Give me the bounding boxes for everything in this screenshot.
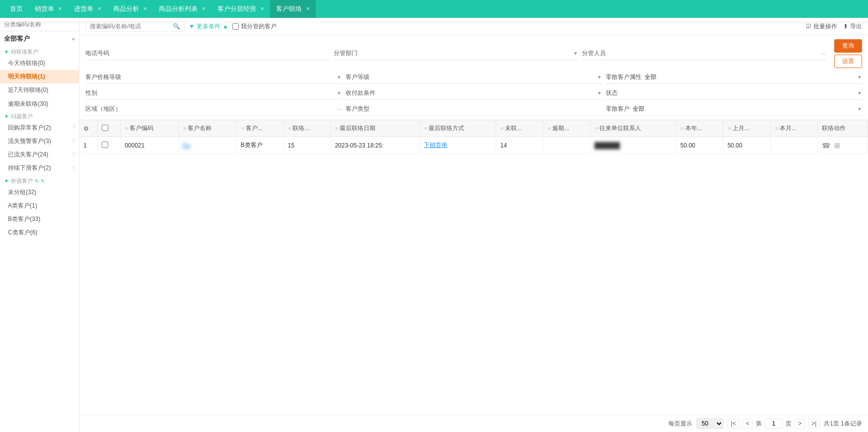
table-header-row: ⚙ ≑客户编码 ≑客户名称 ≑客户... ≑联络... ≑最后联络日期 ≑最后联… <box>79 120 868 137</box>
nav-purchase-order[interactable]: 进货单 ✕ <box>68 0 107 18</box>
close-sales-order-icon[interactable]: ✕ <box>58 0 62 18</box>
contact-person-text: ██████ <box>594 142 620 149</box>
sidebar-item-today-contact[interactable]: 今天待联络(0) <box>0 57 79 70</box>
help-icon-2[interactable]: ? <box>72 138 75 145</box>
triangle-icon: ▼ <box>4 49 9 55</box>
collapse-icon: « <box>72 36 75 42</box>
all-customers-header[interactable]: 全部客户 « <box>0 31 79 46</box>
sort-name-icon[interactable]: ≑ <box>183 126 187 131</box>
sort-year-icon[interactable]: ≑ <box>680 126 684 131</box>
page-size-select[interactable]: 50 100 200 <box>696 418 723 429</box>
close-customer-tier-icon[interactable]: ✕ <box>260 0 264 18</box>
help-icon-1[interactable]: ? <box>72 124 75 132</box>
last-page-button[interactable]: >| <box>808 419 820 429</box>
sort-method-icon[interactable]: ≑ <box>424 126 428 131</box>
refresh-icon[interactable]: ↻ <box>35 178 39 184</box>
filter-panel: 电话号码 分管部门 ▼ 分管人员 ··· 查询 设置 <box>79 35 868 120</box>
value-group-label: ▼ 价值客户 ↻ ✎ <box>0 175 79 186</box>
sidebar: 🔍 全部客户 « ▼ 待联络客户 今天待联络(0) 明天待联络(1) 近7天待联… <box>0 18 79 432</box>
row-checkbox[interactable] <box>102 142 108 148</box>
nav-sales-order[interactable]: 销货单 ✕ <box>29 0 68 18</box>
td-contact-count: 15 <box>284 137 331 154</box>
my-customers-checkbox[interactable] <box>232 23 239 30</box>
td-this-month <box>770 137 817 154</box>
settings-button[interactable]: 设置 <box>834 55 862 68</box>
th-this-month: ≑本月... <box>770 120 817 137</box>
nav-customer-tier[interactable]: 客户分层经营 ✕ <box>212 0 270 18</box>
search-icon[interactable]: 🔍 <box>173 23 180 30</box>
first-page-button[interactable]: |< <box>727 419 739 429</box>
my-customers-checkbox-label[interactable]: 我分管的客户 <box>232 22 277 31</box>
customer-name-link[interactable]: Ea <box>183 142 190 149</box>
dept-arrow-icon: ▼ <box>573 51 578 56</box>
nav-product-analysis[interactable]: 商品分析 ✕ <box>107 0 153 18</box>
query-button[interactable]: 查询 <box>834 39 862 53</box>
search-input[interactable] <box>90 23 173 30</box>
sort-overdue-icon[interactable]: ≑ <box>547 126 551 131</box>
th-checkbox[interactable] <box>97 120 121 137</box>
sidebar-item-7days-contact[interactable]: 近7天待联络(0) <box>0 83 79 97</box>
sort-type-icon[interactable]: ≑ <box>241 126 245 131</box>
close-purchase-order-icon[interactable]: ✕ <box>97 0 101 18</box>
sidebar-item-loss-warning[interactable]: 流失预警客户(3) ? <box>0 135 79 148</box>
customer-level-arrow-icon: ▼ <box>597 74 602 80</box>
sidebar-item-class-b[interactable]: B类客户(33) <box>0 213 79 226</box>
filter-phone: 电话号码 <box>85 47 330 60</box>
filter-icon: ▼ <box>189 23 195 30</box>
filter-person: 分管人员 ··· <box>582 47 826 60</box>
prev-page-button[interactable]: < <box>742 419 753 429</box>
page-number-input[interactable] <box>765 419 783 429</box>
filter-payment: 收付款条件 ▼ <box>346 87 602 100</box>
th-contact-person: ≑往来单位联系人 <box>590 120 676 137</box>
close-customer-contact-icon[interactable]: ✕ <box>306 0 310 18</box>
sort-code-icon[interactable]: ≑ <box>125 126 129 131</box>
sort-this-month-icon[interactable]: ≑ <box>775 126 779 131</box>
nav-customer-contact[interactable]: 客户联络 ✕ <box>270 0 316 18</box>
edit-icon[interactable]: ✎ <box>41 178 45 184</box>
close-product-analysis-list-icon[interactable]: ✕ <box>202 0 206 18</box>
td-last-contact-method[interactable]: 下销货单 <box>420 137 496 154</box>
sort-date-icon[interactable]: ≑ <box>335 126 339 131</box>
sidebar-item-overdue-contact[interactable]: 逾期未联络(30) <box>0 97 79 111</box>
search-box: 🔍 <box>85 21 185 32</box>
region-dots-icon[interactable]: ··· <box>337 106 342 113</box>
filter-region: 区域（地区） ··· <box>85 103 342 116</box>
sidebar-item-repurchase-abnormal[interactable]: 回购异常客户(2) ? <box>0 121 79 135</box>
sort-contact-icon[interactable]: ≑ <box>288 126 291 131</box>
sidebar-item-lost-customers[interactable]: 已流失客户(24) ? <box>0 148 79 161</box>
action-icons: ☎ ⊞ <box>822 142 864 149</box>
top-navigation: 首页 销货单 ✕ 进货单 ✕ 商品分析 ✕ 商品分析列表 ✕ 客户分层经营 ✕ … <box>0 0 868 18</box>
last-contact-method-link[interactable]: 下销货单 <box>424 142 447 148</box>
help-icon-3[interactable]: ? <box>72 151 75 159</box>
td-name[interactable]: Ea <box>178 137 236 154</box>
help-icon-4[interactable]: ? <box>72 164 75 172</box>
phone-action-icon[interactable]: ☎ <box>822 142 830 149</box>
select-all-checkbox[interactable] <box>102 125 108 131</box>
status-arrow-icon: ▼ <box>857 90 862 96</box>
th-settings[interactable]: ⚙ <box>79 120 97 137</box>
td-checkbox[interactable] <box>97 137 121 154</box>
sort-person-icon[interactable]: ≑ <box>594 126 598 131</box>
sidebar-item-ungrouped[interactable]: 未分组(32) <box>0 186 79 199</box>
content-area: 🔍 ▼ 更多条件 ▲ 我分管的客户 ☑ 批量操作 ⬆ 导出 <box>79 18 868 432</box>
person-dots-icon[interactable]: ··· <box>821 50 826 57</box>
next-page-button[interactable]: > <box>795 419 805 429</box>
sidebar-item-tomorrow-contact[interactable]: 明天待联络(1) <box>0 70 79 83</box>
footer: 每页显示 50 100 200 |< < 第 页 > >| 共1页 1条记录 <box>79 415 868 432</box>
nav-product-analysis-list[interactable]: 商品分析列表 ✕ <box>153 0 212 18</box>
close-product-analysis-icon[interactable]: ✕ <box>143 0 147 18</box>
batch-button[interactable]: ☑ 批量操作 <box>806 22 837 31</box>
nav-home[interactable]: 首页 <box>4 0 29 18</box>
sidebar-item-class-c[interactable]: C类客户(6) <box>0 226 79 239</box>
export-button[interactable]: ⬆ 导出 <box>843 22 862 31</box>
th-last-month: ≑上月... <box>723 120 770 137</box>
sidebar-item-declining-customers[interactable]: 持续下滑客户(2) ? <box>0 161 79 175</box>
sidebar-item-class-a[interactable]: A类客户(1) <box>0 199 79 213</box>
more-filter-button[interactable]: ▼ 更多条件 ▲ <box>189 22 228 31</box>
sidebar-search-input[interactable] <box>4 21 78 28</box>
sort-uncontacted-icon[interactable]: ≑ <box>500 126 504 131</box>
more-action-icon[interactable]: ⊞ <box>834 142 840 149</box>
filter-row-1: 电话号码 分管部门 ▼ 分管人员 ··· 查询 设置 <box>85 39 862 68</box>
customers-table: ⚙ ≑客户编码 ≑客户名称 ≑客户... ≑联络... ≑最后联络日期 ≑最后联… <box>79 120 868 154</box>
sort-last-month-icon[interactable]: ≑ <box>727 126 731 131</box>
